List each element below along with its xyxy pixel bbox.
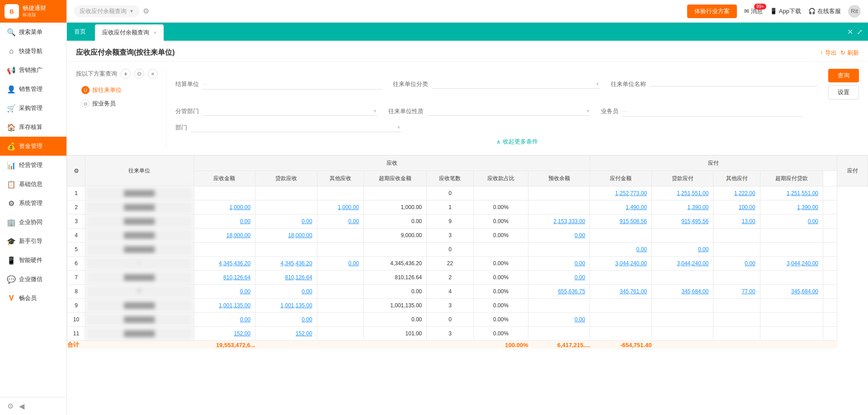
- footer-label: 合计: [67, 341, 194, 349]
- promo-button[interactable]: 体验行业方案: [687, 5, 737, 18]
- dept-manager-label: 分管部门: [175, 107, 199, 115]
- sidebar-item-sales[interactable]: 👤 销售管理: [0, 80, 66, 99]
- unit-category-select[interactable]: ▼: [432, 80, 599, 89]
- tab-bar-actions: ✕ ⤢: [842, 28, 868, 36]
- breadcrumb-text: 应收应付余额查询: [80, 7, 127, 15]
- col-loan-receivable: 贷款应收: [255, 171, 317, 186]
- sidebar-item-marketing[interactable]: 📢 营销推广: [0, 61, 66, 80]
- salesperson-input[interactable]: ···: [622, 106, 803, 117]
- table-row: 5████████00.000.00: [67, 243, 868, 257]
- filter-settings-btn[interactable]: ⊙: [134, 69, 144, 79]
- scheme-unit-label: 按往来单位: [92, 86, 122, 94]
- sidebar-item-operation[interactable]: 📊 经营管理: [0, 156, 66, 175]
- sidebar-label-sales: 销售管理: [19, 85, 42, 93]
- filter-add-button[interactable]: +: [121, 69, 131, 79]
- refresh-button[interactable]: ↻ 刷新: [840, 49, 859, 57]
- department-select[interactable]: ▼: [191, 123, 401, 132]
- sales-icon: 👤: [7, 85, 15, 93]
- guide-icon: 🎓: [7, 237, 15, 245]
- table-settings-icon[interactable]: ⚙: [74, 167, 79, 174]
- sidebar-item-system[interactable]: ⚙ 系统管理: [0, 194, 66, 213]
- sidebar-item-fund[interactable]: 💰 资金管理: [0, 137, 66, 156]
- member-icon: V: [7, 294, 15, 302]
- window-expand-icon[interactable]: ⤢: [857, 28, 863, 36]
- dept-manager-select[interactable]: ▼: [203, 107, 377, 116]
- unit-name-input[interactable]: [650, 82, 817, 86]
- department-label: 部门: [175, 124, 187, 132]
- sidebar-label-collab: 企业协同: [19, 218, 42, 226]
- header-settings-icon[interactable]: ⚙: [143, 7, 149, 15]
- page-header: 应收应付余额查询(按往来单位) ↑ 导出 ↻ 刷新: [67, 41, 868, 62]
- col-settings[interactable]: ⚙: [67, 156, 85, 186]
- unit-nature-label: 往来单位性质: [388, 107, 424, 115]
- export-button[interactable]: ↑ 导出: [821, 49, 837, 57]
- fund-icon: 💰: [7, 142, 15, 150]
- marketing-icon: 📢: [7, 66, 15, 74]
- search-icon: 🔍: [7, 28, 15, 36]
- filter-label: 按以下方案查询: [76, 70, 117, 78]
- sidebar-item-purchase[interactable]: 🛒 采购管理: [0, 99, 66, 118]
- settlement-unit-dots: ···: [203, 81, 208, 87]
- col-receivable-ratio: 应收款占比: [473, 171, 528, 186]
- logo-icon: B: [5, 4, 19, 19]
- col-overdue-payable: 超期应付贷款: [760, 171, 823, 186]
- col-advance-balance: 预收余额: [528, 171, 590, 186]
- service-icon: 🎧: [808, 8, 816, 14]
- col-payable-group: 应付: [590, 156, 837, 171]
- unit-nature-select[interactable]: ▼: [427, 107, 590, 116]
- scheme-by-unit[interactable]: U 按往来单位: [78, 84, 160, 96]
- sidebar-item-nav[interactable]: ⌂ 快捷导航: [0, 42, 66, 61]
- window-close-icon[interactable]: ✕: [847, 28, 853, 36]
- settings-action-button[interactable]: 设置: [828, 85, 859, 100]
- collapse-more-button[interactable]: ∧ 收起更多条件: [175, 136, 859, 148]
- sidebar-item-collab[interactable]: 🏢 企业协同: [0, 213, 66, 232]
- message-button[interactable]: ✉ 消息 99+: [744, 7, 763, 15]
- scheme-list: U 按往来单位 ⊙ 按业务员: [78, 84, 160, 110]
- message-icon: ✉: [744, 8, 749, 14]
- col-payable-amount: 应付金额: [590, 171, 651, 186]
- app-download-button[interactable]: 📱 App下载: [770, 7, 801, 15]
- table-row: 1████████01,252,773.001,251,551.001,222.…: [67, 186, 868, 200]
- service-label: 在线客服: [817, 7, 841, 15]
- sidebar-item-hardware[interactable]: 📱 智能硬件: [0, 251, 66, 270]
- table-row: 2████████1,000.001,000.001,000.0010.00%1…: [67, 200, 868, 215]
- sidebar-label-fund: 资金管理: [19, 142, 42, 150]
- sidebar-label-guide: 新手引导: [19, 237, 42, 245]
- scheme-by-employee[interactable]: ⊙ 按业务员: [78, 98, 160, 110]
- sidebar-item-basic[interactable]: 📋 基础信息: [0, 175, 66, 194]
- sidebar-item-guide[interactable]: 🎓 新手引导: [0, 232, 66, 251]
- tab-ar-ap[interactable]: 应收应付余额查询 ×: [95, 24, 164, 41]
- sidebar-item-inventory[interactable]: 🏠 库存核算: [0, 118, 66, 137]
- footer-advance-balance: 6,417,215....: [528, 341, 590, 349]
- sidebar-label-system: 系统管理: [19, 199, 42, 207]
- sidebar: B 畅捷通财 标准版 🔍 搜索菜单 ⌂ 快捷导航 📢 营销推广 👤 销售管理 🛒…: [0, 0, 67, 415]
- sidebar-label-purchase: 采购管理: [19, 104, 42, 112]
- sidebar-item-member[interactable]: V 畅会员: [0, 289, 66, 308]
- service-button[interactable]: 🎧 在线客服: [808, 7, 841, 15]
- settlement-unit-input[interactable]: ···: [203, 79, 382, 90]
- user-profile[interactable]: Rit: [848, 5, 861, 18]
- settings-bottom-icon[interactable]: ⚙: [7, 402, 14, 410]
- app-icon: 📱: [770, 8, 777, 14]
- filter-collapse-btn[interactable]: «: [148, 69, 158, 79]
- purchase-icon: 🛒: [7, 104, 15, 112]
- filter-area: 按以下方案查询 + ⊙ « U 按往来单位 ⊙: [67, 62, 868, 155]
- table-row: 10████████0.000.000.0000.00%0.00: [67, 313, 868, 327]
- collapse-sidebar-icon[interactable]: ◀: [19, 402, 24, 410]
- logo-name: 畅捷通财: [23, 5, 46, 12]
- sidebar-item-search[interactable]: 🔍 搜索菜单: [0, 23, 66, 42]
- query-button[interactable]: 查询: [828, 69, 859, 82]
- table-row: 9████████1,001,135.001,001,135.001,001,1…: [67, 299, 868, 313]
- sidebar-logo: B 畅捷通财 标准版: [0, 0, 66, 23]
- table-container: ⚙ 往来单位 应收 应付 应付 应收金额 贷款应收 其他应收 超期应收金额: [67, 155, 868, 349]
- sidebar-item-wechat[interactable]: 💬 企业微信: [0, 270, 66, 289]
- table-row: 6^4,345,436.204,345,436.200.004,345,436.…: [67, 257, 868, 271]
- tab-home[interactable]: 首页: [67, 23, 93, 41]
- table-row: 11████████152.00152.00101.0030.00%: [67, 327, 868, 341]
- tab-close-icon[interactable]: ×: [154, 30, 156, 35]
- page-container: 应收应付余额查询(按往来单位) ↑ 导出 ↻ 刷新: [67, 41, 868, 415]
- footer-receivable-ratio: 100.00%: [473, 341, 528, 349]
- logo-sub: 标准版: [23, 12, 46, 18]
- sidebar-label-hardware: 智能硬件: [19, 256, 42, 264]
- collab-icon: 🏢: [7, 218, 15, 226]
